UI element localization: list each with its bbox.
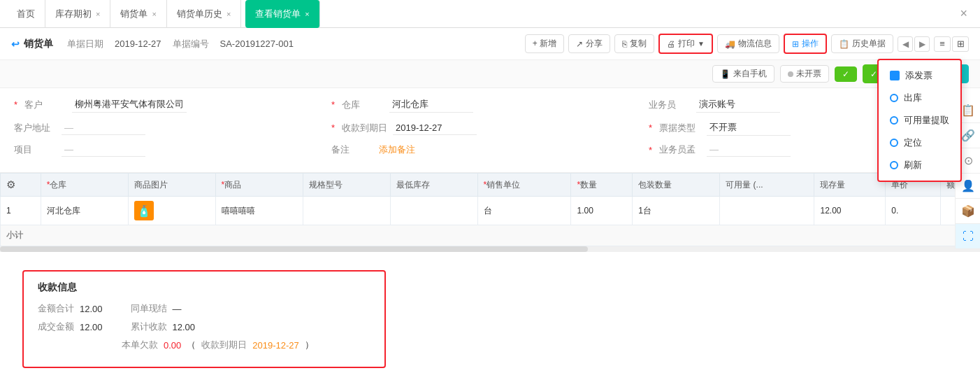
add-invoice-item[interactable]: 添发票 bbox=[879, 64, 960, 87]
operate-button[interactable]: ⊞ 操作 bbox=[784, 34, 827, 54]
tab-view-sales[interactable]: 查看销货单 × bbox=[245, 0, 319, 28]
subtotal-label: 小计 bbox=[1, 225, 980, 246]
share-label: 分享 bbox=[586, 38, 603, 50]
deal-amount-item: 成交金额 12.00 bbox=[38, 321, 103, 333]
salesperson-value[interactable]: — bbox=[707, 143, 791, 157]
amount-total-item: 金额合计 12.00 bbox=[38, 302, 103, 315]
tab-sales[interactable]: 销货单 × bbox=[110, 0, 166, 28]
customer-field: * 客户 柳州粤港平安气体有限公司 bbox=[14, 97, 331, 113]
remark-field: 备注 添加备注 bbox=[331, 143, 649, 156]
logistics-icon: 🚚 bbox=[725, 39, 735, 49]
row-quantity: 1.00 bbox=[571, 197, 633, 225]
not-open-button[interactable]: 未开票 bbox=[780, 65, 829, 83]
customer-value[interactable]: 柳州粤港平安气体有限公司 bbox=[72, 97, 187, 113]
add-remark-button[interactable]: 添加备注 bbox=[379, 143, 415, 156]
payment-row-3: 本单欠款 0.00 （ 收款到期日 2019-12-27 ） bbox=[38, 339, 370, 351]
location-label: 定位 bbox=[904, 136, 922, 149]
grid-view-button[interactable]: ⊞ bbox=[952, 36, 969, 52]
transaction-value: — bbox=[173, 304, 182, 314]
not-open-label: 未开票 bbox=[796, 68, 821, 80]
tab-sales-history-close[interactable]: × bbox=[226, 10, 231, 18]
customer-required: * bbox=[14, 99, 17, 110]
warehouse-field: * 仓库 河北仓库 bbox=[331, 97, 649, 113]
col-available: 可用量 (... bbox=[720, 174, 814, 197]
doc-title: ↩ 销货单 bbox=[11, 38, 53, 50]
row-unit-price: 0. bbox=[886, 197, 941, 225]
add-invoice-icon bbox=[890, 71, 900, 80]
location-icon bbox=[890, 139, 898, 147]
col-sales-unit: *销售单位 bbox=[477, 174, 571, 197]
check-button[interactable]: ✓ bbox=[835, 66, 857, 82]
available-qty-item[interactable]: 可用量提取 bbox=[879, 109, 960, 132]
row-spec bbox=[303, 197, 390, 225]
refresh-label: 刷新 bbox=[904, 159, 922, 171]
payment-date-value[interactable]: 2019-12-27 bbox=[393, 121, 477, 135]
nav-arrows: ◀ ▶ bbox=[898, 36, 930, 52]
tab-sales-history[interactable]: 销货单历史 × bbox=[167, 0, 241, 28]
row-image: 🧴 bbox=[128, 197, 215, 225]
row-min-stock bbox=[390, 197, 477, 225]
table-row: 1 河北仓库 🧴 嘻嘻嘻嘻 台 1.00 1台 bbox=[1, 197, 980, 225]
share-button[interactable]: ↗ 分享 bbox=[568, 34, 610, 53]
row-available bbox=[720, 197, 814, 225]
transaction-label: 同单现结 bbox=[131, 302, 167, 315]
deal-amount-label: 成交金额 bbox=[38, 321, 74, 333]
project-value[interactable]: — bbox=[62, 143, 145, 157]
from-phone-label: 来自手机 bbox=[733, 68, 767, 80]
tab-inventory-label: 库存期初 bbox=[55, 8, 92, 20]
tab-inventory-close[interactable]: × bbox=[96, 10, 100, 18]
location-item[interactable]: 定位 bbox=[879, 132, 960, 154]
refresh-item[interactable]: 刷新 bbox=[879, 154, 960, 176]
list-view-button[interactable]: ≡ bbox=[934, 36, 951, 52]
col-current-qty: 现存量 bbox=[814, 174, 886, 197]
doc-header: ↩ 销货单 单据日期 2019-12-27 单据编号 SA-20191227-0… bbox=[0, 28, 980, 60]
history-button[interactable]: 📋 历史单据 bbox=[831, 34, 893, 53]
doc-type-icon: ↩ bbox=[11, 38, 20, 50]
payment-title: 收款信息 bbox=[38, 281, 370, 294]
logistics-button[interactable]: 🚚 物流信息 bbox=[717, 34, 779, 53]
form-row-2: 客户地址 — * 收款到期日 2019-12-27 * 票据类型 不开票 bbox=[14, 120, 966, 136]
horizontal-scrollbar[interactable] bbox=[0, 246, 980, 252]
balance-item: 本单欠款 0.00 （ 收款到期日 2019-12-27 ） bbox=[122, 339, 314, 351]
date-value: 2019-12-27 bbox=[115, 38, 161, 49]
out-stock-label: 出库 bbox=[904, 92, 922, 104]
tab-bar: 首页 库存期初 × 销货单 × 销货单历史 × 查看销货单 × × bbox=[0, 0, 980, 28]
tab-view-sales-close[interactable]: × bbox=[305, 10, 309, 18]
address-label: 客户地址 bbox=[14, 122, 56, 134]
right-panel-btn-6[interactable]: ⛶ bbox=[956, 224, 980, 249]
date-label: 单据日期 bbox=[67, 38, 103, 50]
toolbar-row: 📱 来自手机 未开票 ✓ ✓ 已核销 ✓ 已生效 bbox=[0, 60, 980, 88]
out-stock-item[interactable]: 出库 bbox=[879, 87, 960, 109]
phone-icon: 📱 bbox=[720, 69, 730, 79]
doc-type-label: 销货单 bbox=[24, 38, 53, 50]
window-close-button[interactable]: × bbox=[954, 6, 973, 21]
from-phone-button[interactable]: 📱 来自手机 bbox=[712, 65, 774, 83]
print-button[interactable]: 🖨 打印 ▼ bbox=[658, 34, 713, 54]
settings-icon: ⚙ bbox=[6, 178, 15, 190]
right-panel-btn-5[interactable]: 📦 bbox=[956, 199, 980, 224]
tab-inventory[interactable]: 库存期初 × bbox=[45, 0, 110, 28]
tab-home-label: 首页 bbox=[17, 8, 35, 20]
salesperson-label: 业务员孟 bbox=[659, 143, 701, 156]
cumulative-label: 累计收款 bbox=[131, 321, 167, 333]
doc-meta: 单据日期 2019-12-27 单据编号 SA-20191227-001 bbox=[67, 38, 294, 50]
prev-button[interactable]: ◀ bbox=[898, 36, 913, 52]
copy-button[interactable]: ⎘ 复制 bbox=[614, 34, 654, 53]
amount-total-label: 金额合计 bbox=[38, 302, 74, 315]
new-button[interactable]: + 新增 bbox=[525, 34, 564, 53]
doc-actions: + 新增 ↗ 分享 ⎘ 复制 🖨 打印 ▼ 🚚 物流信息 ⊞ 操作 bbox=[525, 34, 969, 54]
col-spec: 规格型号 bbox=[303, 174, 390, 197]
operate-label: 操作 bbox=[802, 38, 819, 50]
next-button[interactable]: ▶ bbox=[914, 36, 930, 52]
tab-home[interactable]: 首页 bbox=[7, 0, 45, 28]
address-value[interactable]: — bbox=[62, 121, 145, 135]
subtotal-row: 小计 bbox=[1, 225, 980, 246]
col-gear[interactable]: ⚙ bbox=[1, 174, 41, 197]
add-invoice-label: 添发票 bbox=[905, 69, 932, 82]
ticket-label: 票据类型 bbox=[659, 122, 701, 134]
tab-sales-close[interactable]: × bbox=[152, 10, 156, 18]
warehouse-value[interactable]: 河北仓库 bbox=[389, 97, 473, 113]
number-label: 单据编号 bbox=[173, 38, 209, 50]
ticket-value[interactable]: 不开票 bbox=[707, 120, 791, 136]
product-image: 🧴 bbox=[134, 201, 154, 220]
